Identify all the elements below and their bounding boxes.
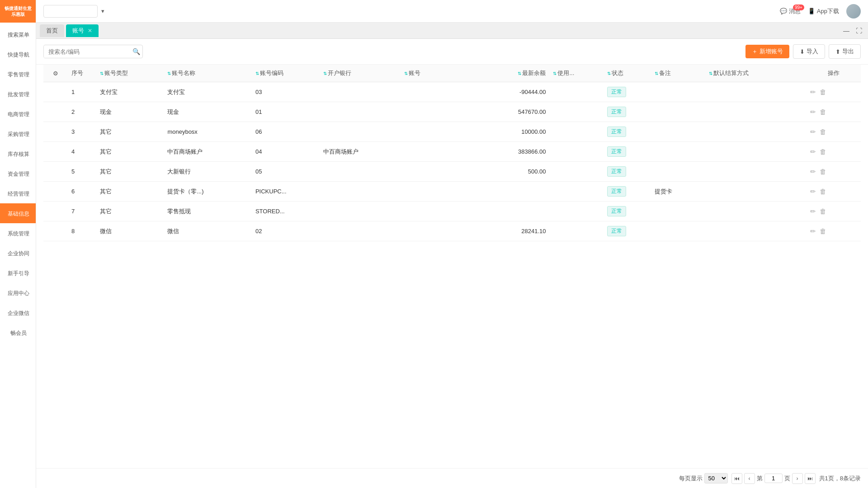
sidebar-item-ecommerce[interactable]: 电商管理 (0, 104, 36, 124)
table-header: ⚙ 序号 ⇅账号类型 ⇅账号名称 ⇅账号编码 ⇅开户银行 ⇅账号 ⇅最新余额 ⇅… (43, 65, 861, 82)
page-input[interactable] (764, 474, 783, 483)
sidebar-item-label-operations: 经营管理 (8, 190, 29, 198)
col-name[interactable]: ⇅账号名称 (164, 65, 252, 82)
col-status[interactable]: ⇅状态 (604, 65, 651, 82)
row-account (401, 162, 468, 182)
row-usage (549, 82, 604, 102)
delete-button[interactable]: 🗑 (820, 207, 826, 216)
page-first-btn[interactable]: ⏮ (731, 473, 742, 484)
row-type: 支付宝 (96, 82, 164, 102)
row-remark (651, 221, 705, 241)
sidebar-item-wholesale[interactable]: 批发管理 (0, 84, 36, 104)
delete-button[interactable]: 🗑 (820, 88, 826, 96)
col-bank[interactable]: ⇅开户银行 (320, 65, 401, 82)
row-usage (549, 221, 604, 241)
row-remark: 提货卡 (651, 182, 705, 202)
row-name: 中百商场账户 (164, 142, 252, 162)
toolbar-right: ＋ 新增账号 ⬇ 导入 ⬆ 导出 (745, 44, 861, 59)
row-name: 提货卡（零...) (164, 182, 252, 202)
table-body: 1 支付宝 支付宝 03 -90444.00 正常 ✏ 🗑 2 现金 现金 01… (43, 82, 861, 241)
sidebar-item-search[interactable]: 搜索菜单 (0, 24, 36, 44)
sidebar-item-retail[interactable]: 零售管理 (0, 64, 36, 84)
edit-button[interactable]: ✏ (810, 128, 816, 136)
row-remark (651, 122, 705, 142)
row-default (705, 182, 807, 202)
logo-line1: 畅捷通财生意 (5, 5, 32, 11)
page-next-btn[interactable]: › (792, 473, 803, 484)
export-button[interactable]: ⬆ 导出 (829, 44, 861, 59)
search-button[interactable]: 🔍 (129, 45, 143, 58)
topbar-dropdown[interactable]: ▾ (101, 8, 104, 14)
col-type[interactable]: ⇅账号类型 (96, 65, 164, 82)
sidebar-item-member[interactable]: 畅会员 (0, 323, 36, 343)
sidebar-item-company[interactable]: 企业协同 (0, 243, 36, 263)
tab-account-close[interactable]: ✕ (88, 28, 92, 34)
row-bank (320, 102, 401, 122)
edit-button[interactable]: ✏ (810, 108, 816, 116)
row-no: 2 (68, 102, 96, 122)
sidebar-item-system[interactable]: 系统管理 (0, 223, 36, 243)
sidebar-item-corpwx[interactable]: 企业微信 (0, 303, 36, 323)
sidebar-item-guide[interactable]: 新手引导 (0, 263, 36, 283)
row-default (705, 162, 807, 182)
page-last-btn[interactable]: ⏭ (805, 473, 816, 484)
delete-button[interactable]: 🗑 (820, 148, 826, 156)
delete-button[interactable]: 🗑 (820, 108, 826, 116)
page-prev-btn[interactable]: ‹ (744, 473, 755, 484)
sidebar-item-inventory[interactable]: 库存核算 (0, 144, 36, 164)
table-row: 2 现金 现金 01 547670.00 正常 ✏ 🗑 (43, 102, 861, 122)
edit-button[interactable]: ✏ (810, 188, 816, 196)
topbar-message[interactable]: 💬 消息 99+ (780, 7, 801, 15)
tab-account[interactable]: 账号 ✕ (66, 24, 99, 37)
tab-maximize-btn[interactable]: ⛶ (854, 25, 864, 36)
edit-button[interactable]: ✏ (810, 148, 816, 156)
import-button[interactable]: ⬇ 导入 (793, 44, 825, 59)
sidebar-item-finance[interactable]: 资金管理 (0, 164, 36, 183)
delete-button[interactable]: 🗑 (820, 227, 826, 235)
col-code[interactable]: ⇅账号编码 (252, 65, 320, 82)
col-usage[interactable]: ⇅使用... (549, 65, 604, 82)
row-balance: 28241.10 (468, 221, 550, 241)
topbar-app-download[interactable]: 📱 App下载 (808, 7, 839, 15)
sidebar-item-basic[interactable]: 基础信息 (0, 203, 36, 223)
sidebar-item-label-retail: 零售管理 (8, 71, 29, 79)
action-btns: ✏ 🗑 (810, 148, 857, 156)
sidebar-item-operations[interactable]: 经营管理 (0, 183, 36, 203)
edit-button[interactable]: ✏ (810, 168, 816, 176)
edit-button[interactable]: ✏ (810, 207, 816, 216)
row-name: 零售抵现 (164, 202, 252, 221)
tab-minimize-btn[interactable]: — (841, 25, 852, 36)
page-size-select[interactable]: 50 100 200 (704, 473, 728, 483)
edit-button[interactable]: ✏ (810, 88, 816, 96)
topbar-search-input[interactable] (43, 5, 98, 18)
action-btns: ✏ 🗑 (810, 188, 857, 196)
delete-button[interactable]: 🗑 (820, 188, 826, 196)
sidebar-item-quicknav[interactable]: 快捷导航 (0, 44, 36, 64)
sidebar-item-label-company: 企业协同 (8, 250, 29, 258)
col-op: 操作 (807, 65, 861, 82)
row-code: PICKUPC... (252, 182, 320, 202)
sidebar-item-appcenter[interactable]: 应用中心 (0, 283, 36, 303)
user-avatar[interactable] (846, 4, 861, 19)
edit-button[interactable]: ✏ (810, 227, 816, 235)
col-account[interactable]: ⇅账号 (401, 65, 468, 82)
search-input[interactable] (44, 46, 129, 58)
sidebar-item-purchase[interactable]: 采购管理 (0, 124, 36, 144)
topbar-right: 💬 消息 99+ 📱 App下载 (780, 4, 861, 19)
tab-home[interactable]: 首页 (40, 24, 64, 37)
row-bank (320, 202, 401, 221)
pagination: 每页显示 50 100 200 ⏮ ‹ 第 页 › ⏭ 共1页，8条记录 (36, 468, 868, 488)
col-remark[interactable]: ⇅备注 (651, 65, 705, 82)
col-settings[interactable]: ⚙ (43, 65, 68, 82)
delete-button[interactable]: 🗑 (820, 168, 826, 176)
delete-button[interactable]: 🗑 (820, 128, 826, 136)
row-account (401, 82, 468, 102)
row-settings (43, 221, 68, 241)
sidebar-item-label-inventory: 库存核算 (8, 150, 29, 158)
row-code: 01 (252, 102, 320, 122)
row-name: 现金 (164, 102, 252, 122)
row-code: 03 (252, 82, 320, 102)
col-default[interactable]: ⇅默认结算方式 (705, 65, 807, 82)
add-account-button[interactable]: ＋ 新增账号 (745, 45, 789, 58)
col-balance[interactable]: ⇅最新余额 (468, 65, 550, 82)
